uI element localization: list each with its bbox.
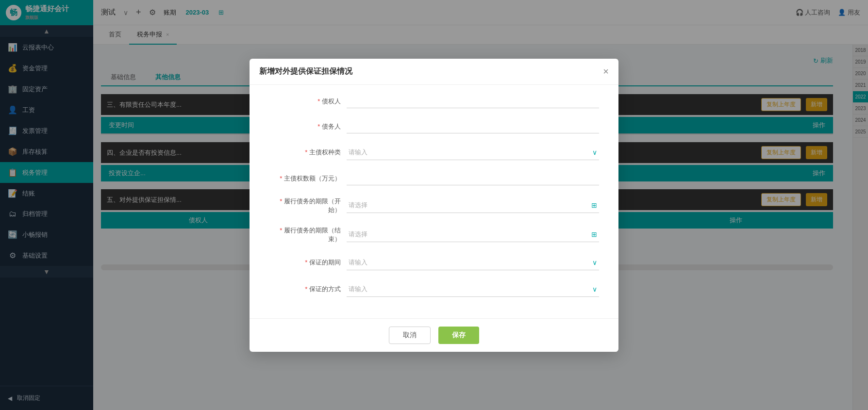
claim-type-label: * 主债权种类: [269, 148, 347, 157]
period-start-input[interactable]: 请选择 ⊞: [347, 198, 599, 213]
form-row-period-end: * 履行债务的期限（结束） 请选择 ⊞: [269, 226, 599, 244]
period-start-label: * 履行债务的期限（开始）: [269, 197, 347, 214]
period-start-calendar-icon: ⊞: [591, 201, 597, 209]
guarantee-period-label: * 保证的期间: [269, 258, 347, 267]
form-row-debtor: * 债务人: [269, 120, 599, 133]
claim-amount-input[interactable]: [347, 172, 599, 185]
modal-dialog: 新增对外提供保证担保情况 × * 债权人 * 债务人: [250, 59, 618, 352]
form-row-creditor: * 债权人: [269, 95, 599, 108]
modal-close-button[interactable]: ×: [603, 66, 609, 76]
form-row-claim-type: * 主债权种类 请输入 ∨: [269, 145, 599, 160]
period-end-calendar-icon: ⊞: [591, 230, 597, 238]
claim-amount-label: * 主债权数额（万元）: [269, 174, 347, 183]
modal-header: 新增对外提供保证担保情况 ×: [250, 59, 618, 85]
modal-footer: 取消 保存: [250, 318, 618, 352]
form-row-guarantee-period: * 保证的期间 请输入 ∨: [269, 255, 599, 270]
period-end-input[interactable]: 请选择 ⊞: [347, 227, 599, 242]
creditor-input[interactable]: [347, 95, 599, 108]
cancel-button[interactable]: 取消: [389, 327, 431, 344]
modal-title: 新增对外提供保证担保情况: [259, 66, 352, 77]
form-row-period-start: * 履行债务的期限（开始） 请选择 ⊞: [269, 197, 599, 214]
debtor-input[interactable]: [347, 120, 599, 133]
form-row-guarantee-method: * 保证的方式 请输入 ∨: [269, 282, 599, 297]
modal-overlay: 新增对外提供保证担保情况 × * 债权人 * 债务人: [0, 0, 868, 410]
guarantee-period-arrow-icon: ∨: [592, 259, 597, 266]
form-row-claim-amount: * 主债权数额（万元）: [269, 172, 599, 185]
modal-body: * 债权人 * 债务人 * 主债权种类: [250, 85, 618, 318]
guarantee-method-arrow-icon: ∨: [592, 285, 597, 293]
claim-type-arrow-icon: ∨: [592, 148, 597, 156]
guarantee-period-select[interactable]: 请输入 ∨: [347, 255, 599, 270]
creditor-label: * 债权人: [269, 97, 347, 106]
guarantee-method-select[interactable]: 请输入 ∨: [347, 282, 599, 297]
debtor-label: * 债务人: [269, 122, 347, 131]
period-end-label: * 履行债务的期限（结束）: [269, 226, 347, 244]
save-button[interactable]: 保存: [438, 327, 479, 344]
claim-type-select[interactable]: 请输入 ∨: [347, 145, 599, 160]
guarantee-method-label: * 保证的方式: [269, 285, 347, 294]
